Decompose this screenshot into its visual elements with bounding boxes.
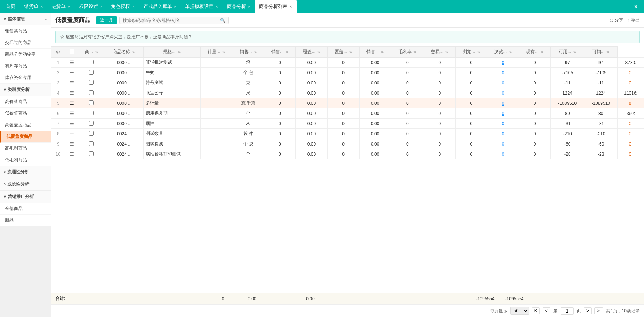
row-checkbox-2[interactable] [79, 78, 104, 88]
sidebar-item-new-goods[interactable]: 新品 [0, 215, 51, 226]
sidebar-item-traded-goods[interactable]: 交易过的商品 [0, 37, 51, 49]
sidebar-item-high-coverage[interactable]: 高覆盖度商品 [0, 119, 51, 131]
row-check-7[interactable] [89, 131, 94, 136]
close-template-tab[interactable]: × [216, 4, 218, 9]
browse1-link-0[interactable]: 0 [502, 60, 504, 65]
period-button[interactable]: 近一月 [96, 16, 117, 24]
row-browse1-6[interactable]: 0 [487, 119, 519, 129]
col-browse2[interactable]: 浏览... ⇅ [487, 47, 519, 58]
row-check-6[interactable] [89, 121, 94, 126]
sidebar-item-low-coverage[interactable]: 低覆盖度商品 [0, 131, 51, 143]
row-checkbox-4[interactable] [79, 98, 104, 108]
row-check-9[interactable] [89, 151, 94, 156]
nav-tab-production[interactable]: 产成品入库单 × [139, 0, 181, 13]
sort-cov2[interactable]: ⇅ [349, 50, 352, 54]
row-settings-5[interactable]: ☰ [65, 108, 79, 119]
sort-name[interactable]: ⇅ [132, 50, 135, 54]
col-available[interactable]: 可用... ⇅ [551, 47, 584, 58]
col-settings[interactable]: ⚙ [51, 47, 65, 58]
close-purchase-tab[interactable]: × [68, 4, 70, 9]
sidebar-section-cluster[interactable]: ∨ 类群度分析 [0, 84, 51, 96]
browse1-link-7[interactable]: 0 [502, 131, 504, 136]
col-checkbox[interactable] [65, 47, 79, 58]
sidebar-item-stock-capital[interactable]: 库存资金占用 [0, 72, 51, 84]
nav-tab-home[interactable]: 首页 [1, 0, 20, 13]
row-settings-7[interactable]: ☰ [65, 129, 79, 139]
prev-page-button[interactable]: < [543, 307, 550, 314]
row-browse1-2[interactable]: 0 [487, 78, 519, 88]
nav-tab-analysis-list[interactable]: 商品分析列表 × [255, 0, 296, 13]
row-settings-6[interactable]: ☰ [65, 119, 79, 129]
col-code[interactable]: 商... ⇅ [79, 47, 104, 58]
sidebar-section-flow[interactable]: > 流通性分析 [0, 166, 51, 178]
select-all-checkbox[interactable] [70, 49, 74, 54]
row-browse1-5[interactable]: 0 [487, 108, 519, 119]
col-name[interactable]: 商品名称 ⇅ [104, 47, 143, 58]
sort-gross-rate[interactable]: ⇅ [413, 50, 416, 54]
next-page-button[interactable]: > [584, 307, 592, 314]
row-checkbox-0[interactable] [79, 58, 104, 68]
export-button[interactable]: ↑ 导出 [628, 17, 640, 23]
col-gross-rate[interactable]: 毛利率 ⇅ [391, 47, 424, 58]
nav-tab-template[interactable]: 单据模板设置 × [181, 0, 222, 13]
row-settings-9[interactable]: ☰ [65, 149, 79, 159]
row-browse1-9[interactable]: 0 [487, 149, 519, 159]
close-roles-tab[interactable]: × [132, 4, 134, 9]
sort-browse2[interactable]: ⇅ [509, 50, 512, 54]
sidebar-item-all-goods[interactable]: 全部商品 [0, 203, 51, 215]
sidebar-item-sales-goods[interactable]: 销售类商品 [0, 25, 51, 37]
sidebar-section-marketing[interactable]: ∨ 营销推广分析 [0, 191, 51, 203]
row-browse1-3[interactable]: 0 [487, 88, 519, 98]
col-unit[interactable]: 计量... ⇅ [201, 47, 232, 58]
row-checkbox-6[interactable] [79, 119, 104, 129]
row-check-0[interactable] [89, 60, 94, 64]
col-trade[interactable]: 交易... ⇅ [424, 47, 455, 58]
sort-code[interactable]: ⇅ [95, 50, 98, 54]
sidebar-item-high-value[interactable]: 高价值商品 [0, 96, 51, 108]
col-sales-amt[interactable]: 销售... ⇅ [264, 47, 296, 58]
browse1-link-9[interactable]: 0 [502, 152, 504, 157]
sort-cov1[interactable]: ⇅ [317, 50, 320, 54]
sort-sales-qty[interactable]: ⇅ [254, 50, 257, 54]
sidebar-item-low-value[interactable]: 低价值商品 [0, 108, 51, 119]
row-browse1-8[interactable]: 0 [487, 139, 519, 149]
col-browse1[interactable]: 浏览... ⇅ [455, 47, 487, 58]
sidebar-item-category-rate[interactable]: 商品分类动销率 [0, 49, 51, 60]
close-permissions-tab[interactable]: × [100, 4, 102, 9]
nav-tab-analysis[interactable]: 商品分析 × [223, 0, 255, 13]
sort-sellable[interactable]: ⇅ [606, 50, 609, 54]
browse1-link-5[interactable]: 0 [502, 111, 504, 116]
row-settings-0[interactable]: ☰ [65, 58, 79, 68]
close-analysis-list-tab[interactable]: × [290, 4, 292, 9]
browse1-link-2[interactable]: 0 [502, 80, 504, 86]
col-cov2[interactable]: 覆盖... ⇅ [327, 47, 359, 58]
sort-current[interactable]: ⇅ [541, 50, 543, 54]
row-settings-2[interactable]: ☰ [65, 78, 79, 88]
nav-tab-purchase[interactable]: 进货单 × [47, 0, 74, 13]
row-browse1-0[interactable]: 0 [487, 58, 519, 68]
col-sales-count[interactable]: 销售... ⇅ [359, 47, 391, 58]
row-settings-3[interactable]: ☰ [65, 88, 79, 98]
close-sales-tab[interactable]: × [40, 4, 43, 9]
close-all-button[interactable]: ✕ [629, 3, 643, 10]
row-check-8[interactable] [89, 141, 94, 146]
search-input[interactable] [123, 18, 219, 23]
row-settings-8[interactable]: ☰ [65, 139, 79, 149]
row-check-3[interactable] [89, 90, 94, 95]
page-number-input[interactable] [561, 307, 574, 315]
browse1-link-1[interactable]: 0 [502, 70, 504, 75]
row-check-1[interactable] [89, 70, 94, 75]
sidebar-section-overall[interactable]: ∨ 整体信息 « [0, 13, 51, 25]
table-container[interactable]: ⚙ 商... ⇅ 商品名称 ⇅ [51, 46, 644, 293]
row-browse1-1[interactable]: 0 [487, 68, 519, 78]
sort-available[interactable]: ⇅ [573, 50, 576, 54]
nav-tab-roles[interactable]: 角色授权 × [107, 0, 139, 13]
close-analysis-tab[interactable]: × [248, 4, 250, 9]
col-sales-qty[interactable]: 销售... ⇅ [232, 47, 264, 58]
row-settings-4[interactable]: ☰ [65, 98, 79, 108]
sidebar-item-low-margin[interactable]: 低毛利商品 [0, 154, 51, 166]
search-icon[interactable]: 🔍 [220, 18, 225, 23]
browse1-link-8[interactable]: 0 [502, 142, 504, 147]
browse1-link-3[interactable]: 0 [502, 91, 504, 96]
col-cov1[interactable]: 覆盖... ⇅ [296, 47, 327, 58]
